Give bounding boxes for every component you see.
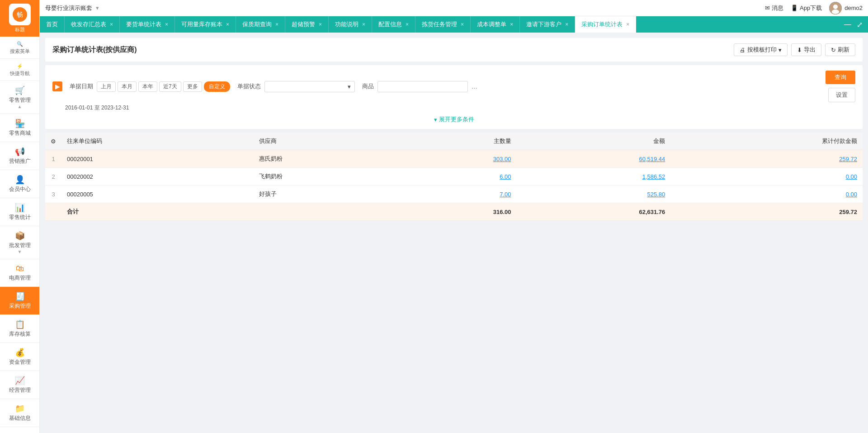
tab-yaoqing[interactable]: 邀请下游客户 × (520, 16, 575, 33)
sidebar-item-purchase[interactable]: 🧾 采购管理 (0, 287, 39, 315)
retail-arrow-icon: ▲ (18, 104, 22, 109)
tab-close-6[interactable]: × (362, 21, 365, 28)
tab-keyong[interactable]: 可用量库存账本 × (175, 16, 236, 33)
sidebar-item-inventory[interactable]: 📋 库存核算 (0, 315, 39, 343)
page-header: 采购订单统计表(按供应商) 🖨 按模板打印 ▾ ⬇ 导出 ↻ 刷新 (45, 38, 863, 62)
footer-amount: 62,631.76 (517, 203, 671, 221)
sidebar-item-wholesale[interactable]: 📦 批发管理 ▼ (0, 226, 39, 259)
date-btn-last-month[interactable]: 上月 (97, 81, 116, 92)
query-button[interactable]: 查询 (826, 71, 855, 84)
member-label: 会员中心 (9, 186, 31, 193)
tab-minimize-button[interactable]: — (842, 20, 853, 29)
footer-paid: 259.72 (670, 203, 863, 221)
sidebar-item-retail[interactable]: 🛒 零售管理 ▲ (0, 81, 39, 114)
goods-filter-label: 商品 (362, 82, 374, 90)
tab-close-10[interactable]: × (565, 21, 568, 28)
table-row[interactable]: 1 00020001 惠氏奶粉 303.00 60,519.44 259.72 (45, 150, 863, 168)
tab-label-11: 采购订单统计表 (581, 20, 623, 29)
tab-peizhi[interactable]: 配置信息 × (372, 16, 415, 33)
date-btn-more[interactable]: 更多 (183, 81, 202, 92)
tab-label-4: 保质期查询 (242, 20, 272, 29)
print-dropdown-icon: ▾ (778, 47, 782, 53)
ecommerce-icon: 🛍 (16, 264, 24, 273)
sidebar-item-ops[interactable]: 📈 经营管理 (0, 371, 39, 399)
retail-shop-icon: 🏪 (15, 119, 25, 128)
svg-point-3 (833, 5, 838, 9)
filter-toggle-button[interactable]: ▶ (52, 81, 62, 91)
basic-label: 基础信息 (9, 414, 31, 422)
sidebar-item-member[interactable]: 👤 会员中心 (0, 170, 39, 198)
date-btn-this-year[interactable]: 本年 (138, 81, 157, 92)
sidebar-item-search[interactable]: 🔍 搜索英单 (0, 37, 39, 59)
sidebar-item-marketing[interactable]: 📢 营销推广 (0, 142, 39, 170)
tab-yaohuo[interactable]: 要货单统计表 × (120, 16, 175, 33)
tab-close-5[interactable]: × (319, 21, 322, 28)
tab-chenben[interactable]: 成本调整单 × (471, 16, 520, 33)
tab-gongneng[interactable]: 功能说明 × (329, 16, 372, 33)
tab-close-7[interactable]: × (406, 21, 409, 28)
tab-close-9[interactable]: × (510, 21, 513, 28)
sidebar-item-finance[interactable]: 💰 资金管理 (0, 343, 39, 371)
export-button[interactable]: ⬇ 导出 (791, 43, 821, 56)
tab-baozhi[interactable]: 保质期查询 × (236, 16, 285, 33)
goods-more-icon[interactable]: ... (472, 82, 477, 90)
goods-filter: 商品 ... (362, 81, 477, 92)
sidebar-item-system[interactable]: ⚙ 系统管理 (0, 427, 39, 433)
settings-button[interactable]: 设置 (828, 88, 855, 102)
app-download-label: App下载 (800, 4, 822, 12)
refresh-button[interactable]: ↻ 刷新 (825, 43, 855, 56)
status-select[interactable]: ▾ (264, 81, 355, 92)
tab-label-9: 成本调整单 (477, 20, 506, 29)
warehouse-name: 母婴行业演示账套 (45, 4, 92, 12)
date-btn-custom[interactable]: 自定义 (204, 81, 230, 92)
tab-close-2[interactable]: × (165, 21, 168, 28)
print-button[interactable]: 🖨 按模板打印 ▾ (734, 43, 788, 56)
table-header-row: ⚙ 往来单位编码 供应商 主数量 金额 累计付款金额 (45, 133, 863, 150)
th-settings[interactable]: ⚙ (45, 133, 61, 150)
wholesale-label: 批发管理 (9, 242, 31, 249)
topbar-right: ✉ 消息 📱 App下载 demo2 (765, 2, 863, 14)
th-quantity: 主数量 (396, 133, 516, 150)
table-row[interactable]: 3 00020005 好孩子 7.00 525.80 0.00 (45, 186, 863, 203)
message-button[interactable]: ✉ 消息 (765, 4, 783, 12)
warehouse-dropdown-icon[interactable]: ▾ (96, 5, 99, 11)
filter-row: ▶ 单据日期 上月 本月 本年 近7天 更多 自定义 单据状态 (52, 71, 855, 102)
tab-chaochuyujing[interactable]: 超储预警 × (285, 16, 329, 33)
tab-label-2: 要货单统计表 (126, 20, 161, 29)
date-filter: 单据日期 上月 本月 本年 近7天 更多 自定义 (70, 81, 230, 92)
page-title: 采购订单统计表(按供应商) (52, 45, 137, 55)
goods-input[interactable] (377, 81, 468, 92)
tab-close-4[interactable]: × (275, 21, 278, 28)
sidebar-item-quick[interactable]: ⚡ 快捷导航 (0, 59, 39, 81)
avatar (829, 2, 842, 14)
sidebar-item-retail-stats[interactable]: 📊 零售统计 (0, 198, 39, 226)
cell-num: 3 (45, 186, 61, 203)
tab-close-3[interactable]: × (226, 21, 229, 28)
date-btn-7days[interactable]: 近7天 (159, 81, 181, 92)
expand-conditions-button[interactable]: ▾ 展开更多条件 (52, 115, 855, 124)
tab-close-11[interactable]: × (626, 21, 629, 28)
sidebar-item-basic[interactable]: 📁 基础信息 (0, 399, 39, 427)
tab-close-1[interactable]: × (110, 21, 113, 28)
ecommerce-label: 电商管理 (9, 274, 31, 282)
tab-actions: — ⤢ (842, 20, 868, 29)
tab-expand-button[interactable]: ⤢ (855, 20, 864, 29)
sidebar-item-ecommerce[interactable]: 🛍 电商管理 (0, 259, 39, 287)
retail-icon: 🛒 (15, 86, 25, 95)
tab-paihuorenwu[interactable]: 拣货任务管理 × (415, 16, 471, 33)
sidebar-item-retail-shop[interactable]: 🏪 零售商城 (0, 114, 39, 142)
user-menu[interactable]: demo2 (829, 2, 863, 14)
date-btn-this-month[interactable]: 本月 (118, 81, 137, 92)
tab-close-8[interactable]: × (461, 21, 464, 28)
table-footer-row: 合计 316.00 62,631.76 259.72 (45, 203, 863, 221)
tab-caigou[interactable]: 采购订单统计表 × (575, 16, 636, 33)
app-download-button[interactable]: 📱 App下载 (791, 4, 822, 12)
tab-shoufahuizong[interactable]: 收发存汇总表 × (65, 16, 120, 33)
message-label: 消息 (772, 4, 783, 12)
page-actions: 🖨 按模板打印 ▾ ⬇ 导出 ↻ 刷新 (734, 43, 855, 56)
th-paid: 累计付款金额 (670, 133, 863, 150)
cell-quantity: 303.00 (396, 150, 516, 168)
print-label: 按模板打印 (747, 46, 777, 54)
tab-home[interactable]: 首页 (40, 16, 65, 33)
table-row[interactable]: 2 00020002 飞鹤奶粉 6.00 1,586.52 0.00 (45, 168, 863, 186)
